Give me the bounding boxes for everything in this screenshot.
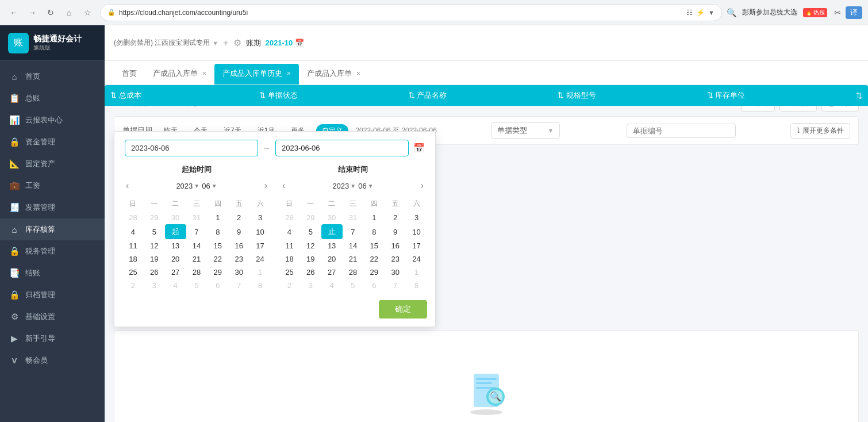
start-month-selector[interactable]: 06 ▼ — [202, 182, 217, 190]
start-cal-day[interactable]: 21 — [186, 252, 208, 266]
start-cal-day[interactable]: 5 — [186, 279, 208, 292]
start-cal-day[interactable]: 22 — [207, 252, 228, 266]
end-cal-day[interactable]: 21 — [343, 252, 364, 266]
end-next-month-btn[interactable]: › — [417, 179, 427, 192]
end-cal-day[interactable]: 26 — [300, 266, 321, 279]
end-year-selector[interactable]: 2023 ▼ — [332, 182, 356, 190]
end-cal-day[interactable]: 6 — [363, 279, 385, 292]
end-cal-day[interactable]: 3 — [406, 211, 427, 224]
bookmark-button[interactable]: ☆ — [79, 5, 95, 21]
back-button[interactable]: ← — [6, 5, 22, 21]
start-cal-day[interactable]: 9 — [228, 224, 249, 239]
end-cal-day[interactable]: 25 — [279, 266, 300, 279]
end-cal-day[interactable]: 7 — [343, 224, 364, 239]
end-cal-day[interactable]: 9 — [385, 224, 406, 239]
start-cal-day[interactable]: 23 — [228, 252, 249, 266]
end-cal-day[interactable]: 5 — [343, 279, 364, 292]
start-cal-day[interactable]: 30 — [228, 266, 249, 279]
end-cal-day[interactable]: 4 — [321, 279, 343, 292]
tab-list1[interactable]: 产成品入库单 × — [145, 64, 214, 85]
end-cal-day[interactable]: 29 — [300, 211, 321, 224]
forward-button[interactable]: → — [24, 5, 40, 21]
end-cal-day[interactable]: 20 — [321, 252, 343, 266]
start-cal-day[interactable]: 25 — [122, 266, 144, 279]
tab-history[interactable]: 产成品入库单历史 × — [214, 64, 299, 85]
start-date-input[interactable] — [125, 140, 258, 156]
end-cal-day[interactable]: 27 — [321, 266, 343, 279]
end-cal-day[interactable]: 10 — [406, 224, 427, 239]
end-date-input[interactable] — [275, 140, 409, 156]
end-cal-day[interactable]: 24 — [406, 252, 427, 266]
start-year-selector[interactable]: 2023 ▼ — [176, 182, 199, 190]
start-cal-day[interactable]: 14 — [186, 239, 208, 252]
start-cal-day[interactable]: 30 — [165, 211, 186, 224]
tab-history-close[interactable]: × — [287, 70, 291, 78]
doc-no-input[interactable] — [627, 124, 736, 138]
sidebar-item-funds[interactable]: 🔒 资金管理 — [0, 131, 105, 153]
confirm-button[interactable]: 确定 — [379, 300, 427, 319]
start-cal-day[interactable]: 6 — [207, 279, 228, 292]
end-cal-day[interactable]: 5 — [300, 224, 321, 239]
sidebar-item-vip[interactable]: V 畅会员 — [0, 350, 105, 371]
settings-gear-icon[interactable]: ⚙ — [233, 37, 241, 48]
start-cal-day[interactable]: 5 — [144, 224, 165, 239]
start-next-month-btn[interactable]: › — [261, 179, 271, 192]
sidebar-item-assets[interactable]: 📐 固定资产 — [0, 153, 105, 175]
start-cal-day[interactable]: 18 — [122, 252, 144, 266]
end-cal-day[interactable]: 30 — [321, 211, 343, 224]
end-month-selector[interactable]: 06 ▼ — [358, 182, 373, 190]
end-cal-day[interactable]: 13 — [321, 239, 343, 252]
end-cal-day[interactable]: 15 — [363, 239, 385, 252]
end-cal-day[interactable]: 28 — [343, 266, 364, 279]
calendar-icon[interactable]: 📅 — [413, 143, 425, 154]
start-cal-day[interactable]: 1 — [207, 211, 228, 224]
start-cal-day[interactable]: 4 — [165, 279, 186, 292]
end-cal-day[interactable]: 19 — [300, 252, 321, 266]
sidebar-item-home[interactable]: ⌂ 首页 — [0, 66, 105, 87]
end-cal-day[interactable]: 1 — [363, 211, 385, 224]
start-prev-month-btn[interactable]: ‹ — [122, 179, 132, 192]
period-calendar-icon[interactable]: 📅 — [295, 39, 304, 47]
start-cal-day[interactable]: 1 — [249, 266, 271, 279]
start-cal-day[interactable]: 7 — [228, 279, 249, 292]
start-cal-day[interactable]: 17 — [249, 239, 271, 252]
doc-type-select[interactable]: 单据类型 ▼ — [491, 122, 560, 139]
sidebar-item-payroll[interactable]: 💼 工资 — [0, 175, 105, 197]
expand-conditions-btn[interactable]: ⤵ 展开更多条件 — [790, 123, 850, 139]
add-workspace-icon[interactable]: + — [223, 38, 228, 48]
tab-home[interactable]: 首页 — [114, 64, 145, 85]
start-cal-day[interactable]: 16 — [228, 239, 249, 252]
end-cal-day[interactable]: 28 — [279, 211, 300, 224]
start-cal-day[interactable]: 27 — [165, 266, 186, 279]
start-cal-day[interactable]: 13 — [165, 239, 186, 252]
start-cal-day[interactable]: 15 — [207, 239, 228, 252]
sidebar-item-tax[interactable]: 🔒 税务管理 — [0, 240, 105, 262]
start-cal-day-selected[interactable]: 起 — [165, 224, 186, 239]
end-cal-day[interactable]: 8 — [406, 279, 427, 292]
end-cal-day[interactable]: 3 — [300, 279, 321, 292]
end-prev-month-btn[interactable]: ‹ — [279, 179, 289, 192]
address-bar[interactable]: 🔒 https://cloud.chanjet.com/accounting/u… — [100, 4, 722, 21]
start-cal-day[interactable]: 4 — [122, 224, 144, 239]
start-cal-day[interactable]: 28 — [122, 211, 144, 224]
start-cal-day[interactable]: 20 — [165, 252, 186, 266]
start-cal-day[interactable]: 2 — [228, 211, 249, 224]
sidebar-item-ledger[interactable]: 📋 总账 — [0, 87, 105, 109]
tab-list2[interactable]: 产成品入库单 × — [299, 64, 368, 85]
start-cal-day[interactable]: 28 — [186, 266, 208, 279]
sidebar-item-archive[interactable]: 🔒 归档管理 — [0, 284, 105, 306]
start-cal-day[interactable]: 26 — [144, 266, 165, 279]
end-cal-day[interactable]: 7 — [385, 279, 406, 292]
tab-list1-close[interactable]: × — [202, 70, 206, 78]
start-cal-day[interactable]: 29 — [207, 266, 228, 279]
home-button[interactable]: ⌂ — [61, 5, 77, 21]
start-cal-day[interactable]: 3 — [249, 211, 271, 224]
sidebar-item-inventory[interactable]: ⌂ 库存核算 — [0, 218, 105, 240]
end-cal-day[interactable]: 8 — [363, 224, 385, 239]
end-cal-day[interactable]: 1 — [406, 266, 427, 279]
end-cal-day[interactable]: 22 — [363, 252, 385, 266]
end-cal-day[interactable]: 4 — [279, 224, 300, 239]
end-cal-day[interactable]: 12 — [300, 239, 321, 252]
start-cal-day[interactable]: 31 — [186, 211, 208, 224]
workspace-selector[interactable]: (勿删勿禁用) 江西服宝测试专用 ▼ — [114, 38, 218, 48]
